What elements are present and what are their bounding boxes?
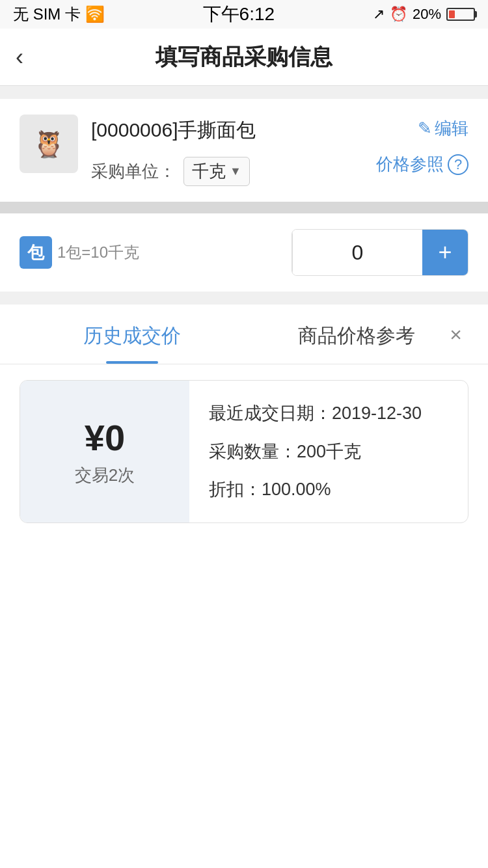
- product-image: 🦉: [20, 115, 78, 173]
- unit-icon: 包: [20, 236, 52, 269]
- purchase-qty-line: 采购数量：200千克: [209, 439, 448, 465]
- edit-label: 编辑: [435, 117, 468, 140]
- tab-price-reference[interactable]: 商品价格参考: [244, 305, 468, 364]
- quantity-control: +: [291, 229, 468, 276]
- back-button[interactable]: ‹: [16, 44, 23, 71]
- price-value: 0: [105, 417, 125, 458]
- tab-price-reference-label: 商品价格参考: [298, 325, 415, 346]
- recent-date-line: 最近成交日期：2019-12-30: [209, 400, 448, 427]
- price-card: ¥0 交易2次 最近成交日期：2019-12-30 采购数量：200千克 折扣：…: [20, 380, 468, 523]
- currency-symbol: ¥: [85, 417, 105, 458]
- product-info: [0000006]手撕面包 采购单位： 千克 ▼: [91, 115, 256, 186]
- quantity-plus-button[interactable]: +: [422, 230, 468, 275]
- page-title: 填写商品采购信息: [156, 42, 332, 72]
- close-button[interactable]: ×: [443, 316, 468, 353]
- discount-line: 折扣：100.00%: [209, 476, 448, 503]
- price-ref-label: 价格参照: [376, 153, 444, 176]
- location-icon: ↗: [373, 6, 385, 23]
- recent-date-label: 最近成交日期：: [209, 403, 332, 423]
- unit-label: 采购单位：: [91, 160, 176, 183]
- status-time: 下午6:12: [203, 2, 275, 27]
- status-left: 无 SIM 卡 🛜: [13, 4, 105, 25]
- unit-label-left: 包 1包=10千克: [20, 236, 139, 269]
- price-card-left: ¥0 交易2次: [20, 381, 189, 522]
- purchase-qty-value: 200千克: [297, 442, 361, 461]
- price-card-right: 最近成交日期：2019-12-30 采购数量：200千克 折扣：100.00%: [189, 381, 468, 522]
- purchase-qty-label: 采购数量：: [209, 442, 297, 461]
- no-sim-label: 无 SIM 卡 🛜: [13, 4, 105, 25]
- battery-icon: [446, 8, 475, 21]
- tab-history-price[interactable]: 历史成交价: [20, 305, 244, 364]
- status-right: ↗ ⏰ 20%: [373, 6, 475, 23]
- alarm-icon: ⏰: [390, 6, 407, 23]
- price-cards-container: ¥0 交易2次 最近成交日期：2019-12-30 采购数量：200千克 折扣：…: [0, 364, 488, 539]
- tab-history-price-label: 历史成交价: [83, 325, 181, 346]
- tab-active-indicator: [106, 361, 158, 364]
- unit-value: 千克: [192, 160, 226, 183]
- quantity-input[interactable]: [292, 230, 422, 275]
- unit-conversion: 1包=10千克: [57, 242, 139, 263]
- help-icon: ?: [448, 154, 468, 175]
- status-bar: 无 SIM 卡 🛜 下午6:12 ↗ ⏰ 20%: [0, 0, 488, 29]
- page-rest: [0, 539, 488, 869]
- product-thumbnail: 🦉: [33, 129, 65, 159]
- product-right: ✎ 编辑 价格参照 ?: [376, 115, 468, 176]
- unit-select[interactable]: 千克 ▼: [183, 157, 250, 186]
- bottom-panel: 历史成交价 商品价格参考 × ¥0 交易2次 最近成交日期：2019-12-30…: [0, 305, 488, 539]
- dropdown-arrow-icon: ▼: [230, 165, 241, 178]
- edit-button[interactable]: ✎ 编辑: [418, 117, 468, 140]
- discount-label: 折扣：: [209, 480, 262, 499]
- unit-row: 采购单位： 千克 ▼: [91, 157, 256, 186]
- quantity-row: 包 1包=10千克 +: [0, 213, 488, 292]
- section-divider: [0, 202, 488, 213]
- price-ref-button[interactable]: 价格参照 ?: [376, 153, 468, 176]
- product-card: 🦉 [0000006]手撕面包 采购单位： 千克 ▼ ✎ 编辑 价格参照: [0, 99, 488, 202]
- edit-icon: ✎: [418, 118, 432, 139]
- nav-bar: ‹ 填写商品采购信息: [0, 29, 488, 86]
- discount-value: 100.00%: [262, 480, 331, 499]
- price-amount: ¥0: [85, 416, 125, 459]
- recent-date-value: 2019-12-30: [332, 403, 422, 423]
- tab-bar: 历史成交价 商品价格参考 ×: [0, 305, 488, 364]
- product-name: [0000006]手撕面包: [91, 117, 256, 144]
- price-trades: 交易2次: [75, 464, 135, 487]
- battery-percent: 20%: [413, 6, 441, 23]
